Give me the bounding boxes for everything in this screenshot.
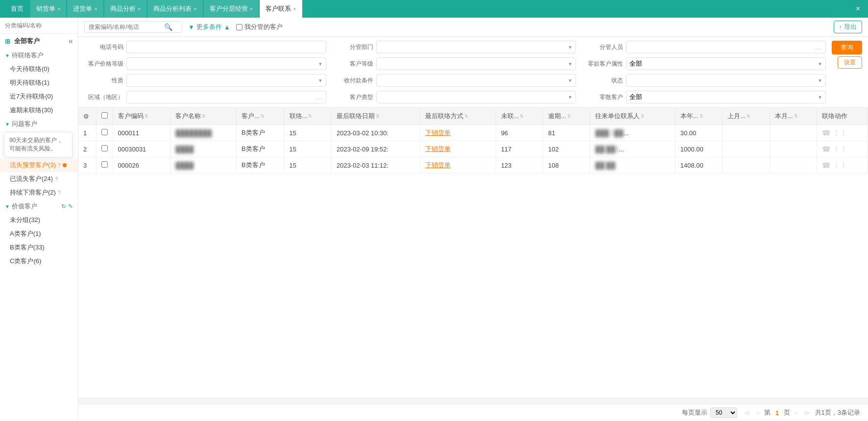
- th-contact-person[interactable]: 往来单位联系人⇅: [590, 108, 675, 125]
- horizontal-scrollbar[interactable]: [78, 398, 868, 404]
- zero-attr-select[interactable]: 全部 ▼: [626, 57, 826, 70]
- th-type[interactable]: 客户...⇅: [236, 108, 284, 125]
- tab-product-analysis[interactable]: 商品分析 ×: [104, 0, 146, 18]
- settings-button[interactable]: 设置: [838, 56, 862, 69]
- group-value-customers[interactable]: ▼ 价值客户 ↻ ✎: [0, 199, 78, 213]
- tab-product-analysis-list[interactable]: 商品分析列表 ×: [147, 0, 202, 18]
- table-row: 3 000026 ████ B类客户 15 2023-02-03 11:12: …: [78, 157, 868, 173]
- sidebar-search-input[interactable]: [5, 22, 78, 29]
- data-table-area: ⚙ 客户编码⇅ 客户名称⇅ 客户...⇅: [78, 108, 868, 398]
- action-icon-more[interactable]: ⋮⋮: [833, 129, 847, 137]
- td-last-method[interactable]: 下销货单: [420, 141, 496, 157]
- sidebar-item-c-class[interactable]: C类客户(6): [0, 254, 78, 268]
- sidebar-item-week-contact[interactable]: 近7天待联络(0): [0, 90, 78, 103]
- prev-page-button[interactable]: ‹: [755, 408, 761, 418]
- filter-status: 状态 ▼: [584, 74, 826, 87]
- sidebar-item-ungroup[interactable]: 未分组(32): [0, 213, 78, 227]
- sidebar-item-a-class[interactable]: A类客户(1): [0, 227, 78, 241]
- th-year-amount[interactable]: 本年...⇅: [675, 108, 723, 125]
- dept-select[interactable]: ▼: [376, 41, 576, 53]
- sidebar-item-overdue-contact[interactable]: 逾期未联络(30): [0, 103, 78, 117]
- td-name: ████: [170, 141, 237, 157]
- sidebar-item-churn-warning[interactable]: 流失预警客户(3) ?: [0, 158, 78, 172]
- filter-icon: ▼: [188, 24, 194, 31]
- th-settings[interactable]: ⚙: [78, 108, 96, 125]
- action-icon-more[interactable]: ⋮⋮: [833, 161, 847, 169]
- th-last-method[interactable]: 最后联络方式⇅: [420, 108, 496, 125]
- my-customers-checkbox[interactable]: [236, 24, 242, 30]
- select-all-checkbox[interactable]: [101, 112, 108, 119]
- th-this-month[interactable]: 本月...⇅: [770, 108, 817, 125]
- tab-salesorder[interactable]: 销货单 ×: [30, 0, 66, 18]
- row-checkbox[interactable]: [101, 129, 108, 135]
- td-last-method[interactable]: 下销货单: [420, 157, 496, 173]
- table-row: 2 00030031 ████ B类客户 15 2023-02-09 19:52…: [78, 141, 868, 157]
- action-icon-phone[interactable]: ☎: [822, 129, 830, 137]
- payment-select[interactable]: ▼: [376, 74, 576, 87]
- action-icon-phone[interactable]: ☎: [822, 145, 830, 153]
- cust-type-select[interactable]: ▼: [376, 91, 576, 103]
- nav-home[interactable]: 首页: [4, 0, 30, 18]
- filter-cust-level: 客户等级 ▼: [334, 57, 576, 70]
- tab-purchaseorder[interactable]: 进货单 ×: [67, 0, 103, 18]
- group-problem-customers[interactable]: ▼ 问题客户: [0, 117, 78, 131]
- next-page-button[interactable]: ›: [793, 408, 799, 418]
- advanced-filter-panel: 电话号码 分管部门 ▼ 分管人员 …: [78, 37, 868, 108]
- th-code[interactable]: 客户编码⇅: [113, 108, 170, 125]
- close-icon[interactable]: ×: [57, 6, 60, 12]
- cust-level-select[interactable]: ▼: [376, 57, 576, 70]
- th-contact-count[interactable]: 联络...⇅: [284, 108, 331, 125]
- td-year-amount: 1408.00: [675, 157, 723, 173]
- td-last-method[interactable]: 下销货单: [420, 125, 496, 141]
- tab-customer-segment[interactable]: 客户分层经营 ×: [204, 0, 259, 18]
- status-select[interactable]: ▼: [626, 74, 826, 87]
- th-uncontacted[interactable]: 未联...⇅: [496, 108, 543, 125]
- close-icon[interactable]: ×: [293, 6, 296, 12]
- window-close-button[interactable]: ×: [852, 4, 864, 13]
- action-icon-phone[interactable]: ☎: [822, 161, 830, 169]
- th-checkbox: [96, 108, 113, 125]
- close-icon[interactable]: ×: [250, 6, 253, 12]
- sidebar-item-b-class[interactable]: B类客户(33): [0, 241, 78, 254]
- th-name[interactable]: 客户名称⇅: [170, 108, 237, 125]
- price-level-select[interactable]: ▼: [126, 57, 326, 70]
- sidebar-item-today-contact[interactable]: 今天待联络(0): [0, 62, 78, 76]
- group-pending-contact[interactable]: ▼ 待联络客户: [0, 49, 78, 62]
- area-select[interactable]: …: [126, 91, 326, 103]
- first-page-button[interactable]: ⊲: [742, 408, 752, 418]
- collapse-icon[interactable]: «: [69, 37, 73, 46]
- more-conditions-button[interactable]: ▼ 更多条件 ▲: [188, 23, 230, 31]
- person-select[interactable]: …: [626, 41, 826, 53]
- close-icon[interactable]: ×: [138, 6, 141, 12]
- content-area: 🔍 ▼ 更多条件 ▲ 我分管的客户 ↑ 导出: [78, 18, 868, 421]
- tab-customer-contact[interactable]: 客户联系 ×: [260, 0, 302, 18]
- th-last-month[interactable]: 上月...⇅: [723, 108, 770, 125]
- row-checkbox[interactable]: [101, 161, 108, 168]
- tooltip-churn-risk: 90天未交易的客户，可能有流失风险。: [4, 132, 72, 157]
- th-last-date[interactable]: 最后联络日期⇅: [331, 108, 420, 125]
- close-icon[interactable]: ×: [193, 6, 196, 12]
- query-button[interactable]: 查询: [832, 41, 862, 54]
- edit-icon[interactable]: ✎: [68, 203, 73, 210]
- refresh-icon[interactable]: ↻: [61, 203, 66, 210]
- page-size-select[interactable]: 50 100 200: [710, 407, 737, 418]
- last-page-button[interactable]: ⊳: [802, 408, 812, 418]
- search-input[interactable]: [89, 24, 162, 30]
- close-icon[interactable]: ×: [94, 6, 97, 12]
- td-type: B类客户: [236, 141, 284, 157]
- sidebar-item-tomorrow-contact[interactable]: 明天待联络(1): [0, 76, 78, 90]
- sidebar-item-declining[interactable]: 持续下滑客户(2) ?: [0, 186, 78, 199]
- zero-cust-select[interactable]: 全部 ▼: [626, 91, 826, 103]
- search-icon: 🔍: [164, 23, 172, 31]
- export-button[interactable]: ↑ 导出: [834, 21, 863, 33]
- td-year-amount: 30.00: [675, 125, 723, 141]
- all-customers-item[interactable]: ⊞ 全部客户 «: [0, 34, 78, 49]
- action-icon-more[interactable]: ⋮⋮: [833, 145, 847, 153]
- gender-select[interactable]: ▼: [126, 74, 326, 87]
- row-checkbox[interactable]: [101, 145, 108, 151]
- filter-dept: 分管部门 ▼: [334, 41, 576, 53]
- filter-zero-cust: 零散客户 全部 ▼: [584, 91, 826, 103]
- th-overdue[interactable]: 逾期...⇅: [543, 108, 590, 125]
- sidebar-item-churned[interactable]: 已流失客户(24) ?: [0, 172, 78, 186]
- phone-input[interactable]: [126, 41, 326, 53]
